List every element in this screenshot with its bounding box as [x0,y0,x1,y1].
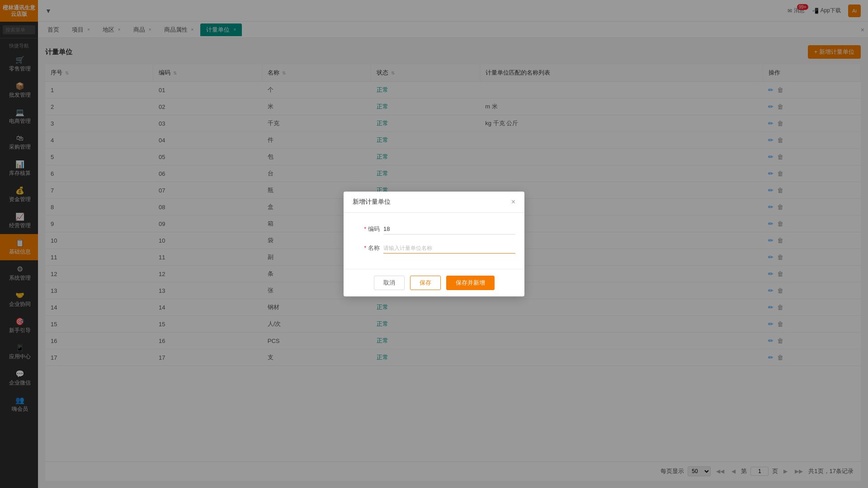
modal-overlay: 新增计量单位 × 编码 名称 取消 保存 保存并新增 [0,0,868,488]
modal-title: 新增计量单位 [353,198,391,206]
name-label: 名称 [353,244,380,252]
code-input[interactable] [383,224,515,235]
code-label: 编码 [353,225,380,233]
save-and-new-button[interactable]: 保存并新增 [446,276,495,290]
modal-footer: 取消 保存 保存并新增 [344,269,524,296]
modal-body: 编码 名称 [344,213,524,269]
modal-close-button[interactable]: × [511,198,515,206]
modal-header: 新增计量单位 × [344,192,524,213]
cancel-button[interactable]: 取消 [374,276,405,290]
name-input[interactable] [383,243,515,253]
add-unit-modal: 新增计量单位 × 编码 名称 取消 保存 保存并新增 [344,192,524,296]
form-row-code: 编码 [353,224,515,235]
save-button[interactable]: 保存 [410,276,441,290]
form-row-name: 名称 [353,243,515,253]
